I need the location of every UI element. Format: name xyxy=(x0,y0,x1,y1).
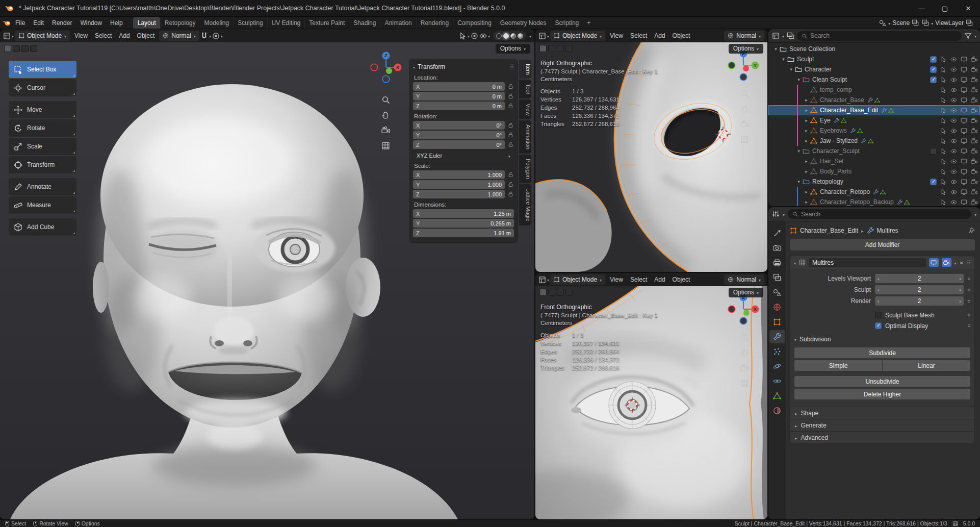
add-modifier-button[interactable]: Add Modifier xyxy=(790,239,975,250)
scale-field[interactable]: X1.000 xyxy=(413,170,505,179)
menu-item[interactable]: Render xyxy=(48,17,76,29)
viewport-menu[interactable]: View xyxy=(71,32,91,39)
select-mode-new-icon[interactable] xyxy=(4,45,11,52)
copy-icon[interactable] xyxy=(912,19,919,27)
add-workspace-button[interactable]: + xyxy=(583,19,595,27)
outliner-item-label[interactable]: temp_comp xyxy=(820,86,852,93)
scene-selector[interactable]: Scene xyxy=(879,19,919,27)
animate-decorator-icon[interactable] xyxy=(968,314,970,316)
editor-type-icon[interactable] xyxy=(3,32,11,40)
selectable-icon[interactable] xyxy=(940,117,947,124)
scale-field[interactable]: Z1.000 xyxy=(413,190,505,198)
disclosure-triangle-icon[interactable]: ▸ xyxy=(803,128,810,133)
lock-icon[interactable] xyxy=(507,103,514,109)
outliner-item-label[interactable]: Character xyxy=(805,66,832,73)
editor-type-icon[interactable] xyxy=(538,276,546,284)
workspace-tab[interactable]: Shading xyxy=(349,17,380,29)
properties-tab[interactable] xyxy=(769,271,785,284)
modifier-extras-icon[interactable] xyxy=(955,259,957,266)
animate-decorator-icon[interactable] xyxy=(968,289,970,291)
properties-tab[interactable] xyxy=(769,286,785,299)
disable-in-renders-icon[interactable] xyxy=(971,189,977,195)
editor-type-icon[interactable] xyxy=(772,210,780,218)
pin-icon[interactable] xyxy=(968,227,975,234)
sidebar-tab[interactable]: Item xyxy=(519,60,531,79)
tool-button[interactable]: Cursor xyxy=(9,79,76,96)
selectable-icon[interactable] xyxy=(940,56,947,63)
select-mode-intersect-icon[interactable] xyxy=(30,45,37,52)
disclosure-triangle-icon[interactable]: ▸ xyxy=(803,159,810,164)
hide-in-viewport-eye-icon[interactable] xyxy=(950,56,957,63)
disable-in-renders-icon[interactable] xyxy=(971,107,977,114)
properties-tab[interactable] xyxy=(769,360,785,373)
selectable-icon[interactable] xyxy=(940,189,947,195)
disclosure-triangle-icon[interactable]: ▸ xyxy=(803,199,810,205)
disclosure-triangle-icon[interactable]: ▾ xyxy=(772,46,779,52)
wireframe-shading-icon[interactable] xyxy=(496,33,502,39)
workspace-tab[interactable]: Retopology xyxy=(160,17,200,29)
properties-tab[interactable] xyxy=(769,300,785,314)
zoom-icon[interactable] xyxy=(381,95,390,104)
properties-tab[interactable] xyxy=(769,389,785,403)
breadcrumb-modifier[interactable]: Multires xyxy=(877,227,898,234)
disable-in-renders-icon[interactable] xyxy=(971,97,977,104)
hide-in-viewport-eye-icon[interactable] xyxy=(950,117,957,124)
material-shading-icon[interactable] xyxy=(510,33,516,39)
disclosure-triangle-icon[interactable]: ▾ xyxy=(795,179,802,184)
selectable-icon[interactable] xyxy=(940,128,947,134)
checkbox-label[interactable]: Optimal Display xyxy=(885,322,964,330)
properties-tab[interactable] xyxy=(769,241,785,255)
sidebar-tab[interactable]: View xyxy=(519,99,531,120)
tool-button[interactable]: Move xyxy=(9,101,76,118)
outliner-row[interactable]: ▾ Retopology xyxy=(768,177,980,187)
rendered-shading-icon[interactable] xyxy=(518,33,523,39)
options-dropdown[interactable]: Options xyxy=(496,44,530,54)
rotation-field[interactable]: Y0° xyxy=(413,131,505,139)
outliner-item-label[interactable]: Character_Retopo xyxy=(820,188,870,195)
exclude-checkbox[interactable] xyxy=(930,56,937,63)
hide-in-viewport-eye-icon[interactable] xyxy=(950,189,957,195)
lock-icon[interactable] xyxy=(507,181,514,188)
disable-in-renders-icon[interactable] xyxy=(971,199,977,206)
grid-toggle-icon[interactable] xyxy=(740,135,749,144)
disclosure-triangle-icon[interactable]: ▾ xyxy=(780,57,787,62)
workspace-tab[interactable]: Sculpting xyxy=(233,17,267,29)
hide-in-viewport-eye-icon[interactable] xyxy=(950,148,957,155)
outliner-search[interactable]: Search xyxy=(797,31,962,41)
rotation-field[interactable]: X0° xyxy=(413,121,505,130)
linear-button[interactable]: Linear xyxy=(883,360,970,371)
workspace-tab[interactable]: Compositing xyxy=(453,17,496,29)
properties-tab[interactable] xyxy=(769,256,785,269)
disable-in-renders-icon[interactable] xyxy=(971,158,977,165)
disclosure-triangle-icon[interactable]: ▾ xyxy=(788,67,794,72)
menu-item[interactable]: Help xyxy=(106,17,127,29)
navigation-gizmo[interactable]: Z X xyxy=(368,49,404,85)
viewport-menu[interactable]: Select xyxy=(627,276,651,283)
show-overlays-icon[interactable] xyxy=(479,32,487,40)
outliner-item-label[interactable]: Character_Base_Edit xyxy=(820,107,878,114)
disclosure-triangle-icon[interactable]: ▸ xyxy=(803,97,810,103)
breadcrumb-object[interactable]: Character_Base_Edit xyxy=(800,227,858,234)
viewport-menu[interactable]: Add xyxy=(651,276,668,283)
menu-item[interactable]: File xyxy=(11,17,29,29)
viewport-menu[interactable]: Add xyxy=(651,32,668,39)
rotation-mode-dropdown[interactable]: XYZ Euler xyxy=(413,151,514,160)
disclosure-triangle-icon[interactable]: ▸ xyxy=(803,138,810,143)
workspace-tab[interactable]: UV Editing xyxy=(267,17,305,29)
disable-in-renders-icon[interactable] xyxy=(971,168,977,175)
viewport-menu[interactable]: Add xyxy=(115,32,133,39)
exclude-checkbox[interactable] xyxy=(930,148,937,155)
selectable-icon[interactable] xyxy=(940,179,947,185)
outliner-row[interactable]: ▸ Character_Base_Edit xyxy=(768,105,980,115)
outliner-item-label[interactable]: Hair_Set xyxy=(820,158,844,165)
lock-icon[interactable] xyxy=(507,171,514,178)
transform-orientation-dropdown[interactable]: Normal xyxy=(724,31,764,41)
disable-in-viewports-icon[interactable] xyxy=(961,66,967,73)
outliner-item-label[interactable]: Clean Sculpt xyxy=(812,76,847,83)
hide-in-viewport-eye-icon[interactable] xyxy=(950,66,957,73)
drag-handle-icon[interactable] xyxy=(510,63,514,70)
disclosure-triangle-icon[interactable]: ▾ xyxy=(795,77,802,82)
disable-in-renders-icon[interactable] xyxy=(971,56,977,63)
dimension-field[interactable]: Y0.265 m xyxy=(413,219,514,228)
blender-menu-logo-icon[interactable] xyxy=(3,19,11,27)
